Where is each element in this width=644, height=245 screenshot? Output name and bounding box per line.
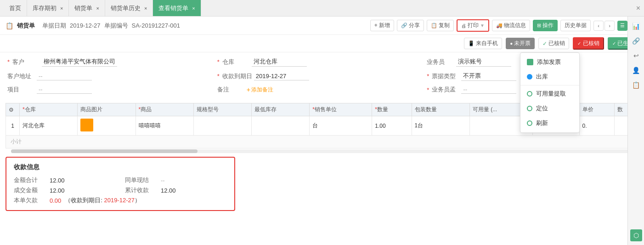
- close-inventory-tab[interactable]: ×: [60, 6, 63, 11]
- sidebar-icon-5[interactable]: 📋: [630, 79, 642, 91]
- row-index: 1: [6, 116, 20, 136]
- row-minstock: [252, 116, 310, 136]
- img-header: 商品图片: [78, 103, 136, 116]
- print-button[interactable]: 🖨 打印 ▼: [457, 19, 489, 32]
- new-button[interactable]: + 新增: [370, 20, 394, 31]
- single-settle-value: --: [161, 177, 165, 184]
- unit-header: *销售单位: [310, 103, 372, 116]
- add-note-button[interactable]: + 添加备注: [247, 86, 273, 94]
- deal-amount-value: 12.00: [50, 187, 65, 194]
- refresh-label: 刷新: [536, 119, 548, 127]
- list-view-button[interactable]: ☰: [617, 21, 627, 31]
- single-settle-row: 同单现结 --: [125, 176, 227, 184]
- add-invoice-label: 添加发票: [537, 58, 561, 66]
- logistics-button[interactable]: 🚚 物流信息: [492, 20, 530, 31]
- due-date-required: *: [217, 73, 220, 80]
- gear-header[interactable]: ⚙: [6, 103, 20, 116]
- locate-item[interactable]: 定位: [520, 101, 579, 116]
- row-qty: 1.00: [372, 116, 412, 136]
- ticket-label: 票据类型: [432, 72, 459, 80]
- available-pick-label: 可用量提取: [536, 90, 566, 98]
- out-warehouse-item[interactable]: 出库: [520, 69, 579, 84]
- arrears-due-date: 2019-12-27: [104, 197, 135, 204]
- out-warehouse-label: 出库: [536, 73, 548, 81]
- action-button[interactable]: ⊞ 操作: [533, 20, 558, 31]
- action-dropdown: 添加发票 出库 可用量提取 定位 刷新: [520, 52, 580, 133]
- note-label: 备注: [217, 85, 245, 94]
- top-toolbar: 📋 销货单 单据日期 2019-12-27 单据编号 SA-20191227-0…: [0, 17, 644, 35]
- address-value[interactable]: --: [37, 72, 92, 80]
- refresh-item[interactable]: 刷新: [520, 116, 579, 131]
- tab-home[interactable]: 首页: [4, 0, 27, 16]
- history-button[interactable]: 历史单据: [560, 20, 591, 31]
- total-value: 12.00: [50, 177, 65, 184]
- row-spec: [193, 116, 251, 136]
- add-invoice-item[interactable]: 添加发票: [520, 55, 579, 69]
- row-product: 嘻嘻嘻嘻: [136, 116, 193, 136]
- tab-view-sales[interactable]: 查看销货单 ×: [153, 0, 201, 16]
- next-button[interactable]: ›: [604, 21, 615, 31]
- copy-button[interactable]: 📋 复制: [427, 20, 454, 31]
- spec-header: 规格型号: [193, 103, 251, 116]
- packqty-header: 包装数量: [412, 103, 469, 116]
- close-history-tab[interactable]: ×: [144, 6, 147, 11]
- tab-inventory[interactable]: 库存期初 ×: [27, 0, 69, 16]
- check-button[interactable]: ✓ 已核销: [538, 38, 569, 49]
- customer-label: 客户: [12, 58, 40, 66]
- sidebar-icon-2[interactable]: 🔗: [630, 35, 642, 47]
- invoice-status-button[interactable]: ● 未开票: [506, 38, 535, 49]
- close-view-sales-tab[interactable]: ×: [192, 6, 195, 11]
- right-sidebar: 📊 🔗 ↩ 👤 📋 ⬡: [627, 17, 644, 245]
- sidebar-icon-4[interactable]: 👤: [630, 64, 642, 76]
- payment-box: 收款信息 金额合计 12.00 同单现结 -- 成交金额 12.00 累计收款 …: [6, 157, 235, 211]
- price-header: 单价: [579, 103, 615, 116]
- sidebar-icon-1[interactable]: 📊: [630, 20, 642, 32]
- doc-date-value: 2019-12-27: [70, 22, 101, 29]
- due-date-label: 收款到期日: [222, 72, 252, 80]
- available-pick-item[interactable]: 可用量提取: [520, 86, 579, 101]
- employee-value[interactable]: 演示账号: [456, 57, 511, 67]
- row-price: 0.: [579, 116, 615, 136]
- locate-icon: [527, 106, 532, 111]
- locate-label: 定位: [536, 104, 548, 113]
- second-toolbar: 📱 来自手机 ● 未开票 ✓ 已核销 ✓ 已核销 ✓ 已生效: [0, 35, 644, 52]
- warehouse-header: *仓库: [20, 103, 78, 116]
- row-packqty: 1台: [412, 116, 469, 136]
- total-label: 金额合计: [14, 176, 46, 184]
- employee2-required: *: [427, 86, 429, 93]
- available-pick-icon: [527, 91, 532, 97]
- employee2-value[interactable]: --: [461, 85, 516, 94]
- customer-value[interactable]: 柳州粤港平安气体有限公司: [42, 57, 117, 67]
- employee2-label: 业务员孟: [432, 85, 459, 94]
- arrears-row: 本单欠款 0.00 （收款到期日: 2019-12-27）: [14, 196, 227, 205]
- phone-button[interactable]: 📱 来自手机: [464, 38, 502, 49]
- due-date-field-group: * 收款到期日 2019-12-27: [217, 72, 427, 80]
- doc-number-label: 单据编号: [104, 22, 128, 30]
- due-date-value[interactable]: 2019-12-27: [254, 72, 309, 80]
- prev-button[interactable]: ‹: [593, 21, 604, 31]
- doc-icon: 📋: [6, 22, 13, 29]
- doc-date-label: 单据日期: [42, 22, 66, 30]
- horizontal-scrollbar[interactable]: [11, 149, 633, 153]
- warehouse-value[interactable]: 河北仓库: [252, 57, 307, 67]
- project-value[interactable]: --: [37, 85, 92, 94]
- tab-sales-history[interactable]: 销货单历史 ×: [105, 0, 153, 16]
- subtotal-label: 小计: [6, 136, 638, 148]
- window-close-button[interactable]: ×: [636, 4, 640, 12]
- share-button[interactable]: 🔗 分享: [397, 20, 424, 31]
- sidebar-icon-6[interactable]: ⬡: [630, 229, 642, 241]
- cumulative-value: 12.00: [161, 187, 176, 194]
- deal-amount-row: 成交金额 12.00: [14, 186, 116, 194]
- close-sales-tab[interactable]: ×: [96, 6, 99, 11]
- project-field-group: 项目 --: [7, 85, 217, 94]
- tab-sales[interactable]: 销货单 ×: [69, 0, 105, 16]
- row-warehouse: 河北仓库: [20, 116, 78, 136]
- warehouse-field-group: * 仓库 河北仓库: [217, 57, 427, 67]
- warehouse-label: 仓库: [222, 58, 250, 66]
- verified-red-button[interactable]: ✓ 已核销: [573, 37, 604, 50]
- employee-label: 业务员: [427, 58, 454, 66]
- menu-divider: [520, 85, 579, 85]
- ticket-value[interactable]: 不开票: [461, 71, 516, 81]
- sidebar-icon-3[interactable]: ↩: [630, 50, 642, 62]
- scrollbar-thumb[interactable]: [11, 149, 198, 153]
